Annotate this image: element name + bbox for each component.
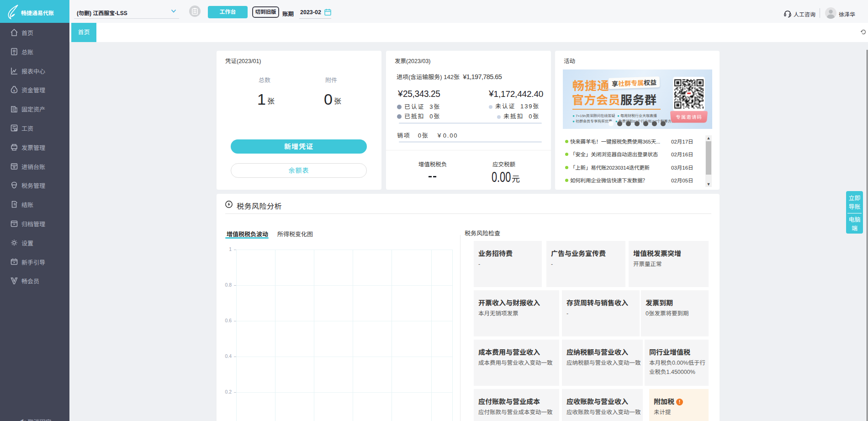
svg-text:¥: ¥ — [13, 89, 16, 93]
svg-text:¥: ¥ — [13, 52, 15, 55]
